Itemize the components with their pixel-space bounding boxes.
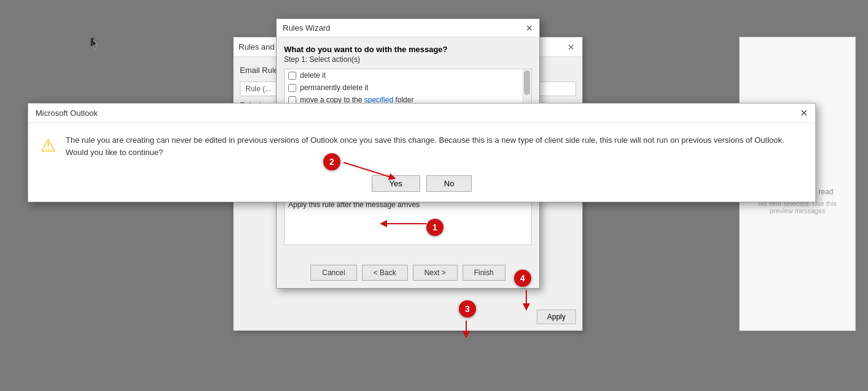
outlook-close-btn[interactable]: ✕	[800, 107, 808, 119]
action-checkbox-perm-delete[interactable]	[288, 84, 296, 92]
wizard-step1-label: Step 1: Select action(s)	[284, 55, 532, 64]
outlook-titlebar: Microsoft Outlook ✕	[28, 104, 815, 123]
action-checkbox-delete[interactable]	[288, 72, 296, 80]
wizard-footer: Cancel < Back Next > Finish	[277, 260, 539, 288]
annotation-4-number: 4	[520, 273, 525, 283]
wizard-titlebar: Rules Wizard ✕	[277, 19, 539, 37]
wizard-title: Rules Wizard	[283, 23, 330, 32]
cancel-button[interactable]: Cancel	[310, 265, 356, 281]
back-button[interactable]: < Back	[362, 265, 408, 281]
outlook-dialog-title: Microsoft Outlook	[36, 108, 98, 118]
outlook-warning-icon: ⚠	[40, 135, 56, 156]
annotation-2: 2	[323, 153, 340, 170]
rules-alerts-close-btn[interactable]: ✕	[565, 41, 577, 53]
apply-button[interactable]: Apply	[537, 309, 576, 324]
svg-line-1	[344, 162, 393, 178]
outlook-message-text: The rule you are creating can never be e…	[66, 134, 803, 158]
annotation-1-arrow	[380, 218, 429, 230]
wizard-question: What do you want to do with the message?	[284, 45, 532, 54]
annotation-4: 4	[514, 270, 531, 287]
annotation-2-number: 2	[329, 157, 334, 167]
annotation-2-arrow	[340, 159, 402, 184]
action-label-perm-delete: permanently delete it	[300, 83, 368, 92]
next-button[interactable]: Next >	[413, 265, 458, 281]
action-label-delete: delete it	[300, 71, 326, 80]
annotation-3-number: 3	[465, 304, 470, 314]
outlook-body: ⚠ The rule you are creating can never be…	[28, 123, 815, 170]
outlook-buttons-row: Yes No	[28, 170, 815, 202]
annotation-3: 3	[459, 300, 476, 317]
cursor-indicator	[91, 38, 98, 49]
outlook-warning-dialog: Microsoft Outlook ✕ ⚠ The rule you are c…	[28, 103, 816, 202]
finish-button[interactable]: Finish	[463, 265, 505, 281]
action-list-scrollbar-thumb	[524, 70, 530, 95]
apply-btn-area: Apply	[537, 309, 576, 324]
annotation-1-number: 1	[432, 222, 437, 232]
wizard-close-btn[interactable]: ✕	[526, 23, 533, 33]
action-item-delete[interactable]: delete it	[285, 69, 531, 82]
no-button[interactable]: No	[426, 175, 472, 192]
annotation-4-arrow	[520, 287, 539, 311]
action-item-perm-delete[interactable]: permanently delete it	[285, 82, 531, 94]
annotation-1: 1	[426, 219, 444, 236]
annotation-3-arrow	[457, 317, 475, 339]
